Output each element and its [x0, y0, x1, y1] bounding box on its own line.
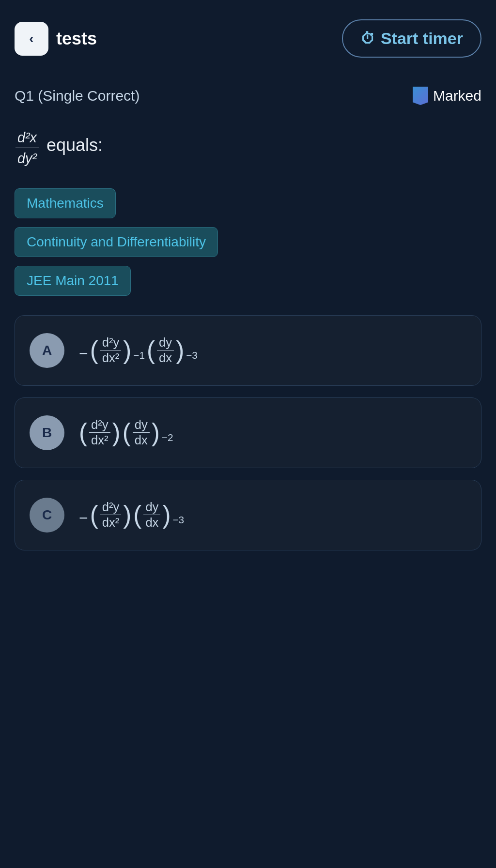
marked-badge: Marked [413, 87, 481, 105]
frac-denominator: dy² [16, 148, 39, 168]
tag-continuity[interactable]: Continuity and Differentiability [15, 227, 218, 257]
opt-a-frac1: d²y dx² [100, 335, 122, 365]
opt-c-frac2: dy dx [143, 500, 160, 530]
option-b-card[interactable]: B ( d²y dx² ) ( dy dx ) [15, 397, 481, 468]
d2x-dy2-formula: d²x dy² [15, 127, 40, 169]
equals-text: equals: [46, 135, 103, 155]
tag-mathematics[interactable]: Mathematics [15, 188, 116, 218]
header-title: tests [56, 29, 97, 49]
header-left: ‹ tests [15, 22, 97, 56]
option-c-card[interactable]: C − ( d²y dx² ) ( dy dx [15, 480, 481, 550]
opt-a-frac2: dy dx [157, 335, 174, 365]
bookmark-icon [413, 87, 428, 105]
option-c-circle: C [30, 498, 64, 533]
option-b-content: ( d²y dx² ) ( dy dx ) −2 [79, 417, 466, 448]
option-c-paren2: ( dy dx ) [133, 500, 170, 530]
option-c-label: C [42, 507, 52, 523]
header: ‹ tests ⏱ Start timer [0, 0, 496, 72]
option-a-label: A [42, 343, 52, 358]
marked-label: Marked [433, 88, 481, 104]
options-container: A − ( d²y dx² ) −1 ( dy dx [0, 305, 496, 560]
timer-icon: ⏱ [360, 30, 375, 47]
start-timer-label: Start timer [381, 29, 463, 48]
option-b-label: B [42, 425, 52, 441]
option-a-formula: − ( d²y dx² ) −1 ( dy dx ) [79, 335, 198, 365]
tags-container: Mathematics Continuity and Differentiabi… [0, 183, 496, 305]
tag-jee[interactable]: JEE Main 2011 [15, 266, 131, 296]
frac-numerator: d²x [16, 127, 39, 148]
option-c-paren1: ( d²y dx² ) [90, 500, 132, 530]
option-c-content: − ( d²y dx² ) ( dy dx ) [79, 500, 466, 530]
option-a-paren1: ( d²y dx² ) [90, 335, 132, 365]
fraction-d2x-dy2: d²x dy² [16, 127, 39, 169]
option-a-content: − ( d²y dx² ) −1 ( dy dx ) [79, 335, 466, 365]
chevron-left-icon: ‹ [29, 31, 33, 46]
question-formula: d²x dy² [15, 124, 40, 169]
option-a-circle: A [30, 333, 64, 368]
option-c-formula: − ( d²y dx² ) ( dy dx ) [79, 500, 184, 530]
option-b-circle: B [30, 415, 64, 450]
opt-b-frac1: d²y dx² [89, 417, 110, 448]
option-b-formula: ( d²y dx² ) ( dy dx ) −2 [79, 417, 173, 448]
question-type-label: Q1 (Single Correct) [15, 88, 140, 104]
back-button[interactable]: ‹ [15, 22, 48, 56]
question-meta: Q1 (Single Correct) Marked [0, 77, 496, 115]
opt-a-exp1: −1 [133, 350, 145, 361]
option-b-paren2: ( dy dx ) [123, 417, 160, 448]
start-timer-button[interactable]: ⏱ Start timer [342, 19, 481, 58]
option-a-card[interactable]: A − ( d²y dx² ) −1 ( dy dx [15, 315, 481, 386]
opt-c-frac1: d²y dx² [100, 500, 122, 530]
opt-b-frac2: dy dx [133, 417, 150, 448]
option-b-paren1: ( d²y dx² ) [79, 417, 121, 448]
question-text: d²x dy² equals: [0, 115, 496, 183]
opt-b-exp: −2 [162, 432, 173, 443]
option-a-paren2: ( dy dx ) [147, 335, 184, 365]
opt-c-exp: −3 [172, 514, 184, 526]
opt-a-exp2: −3 [186, 350, 198, 361]
